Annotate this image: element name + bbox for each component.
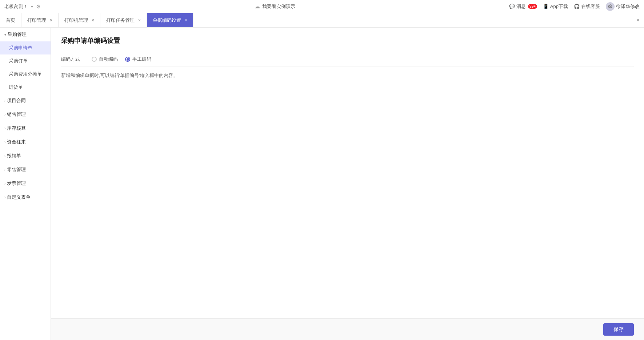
- sidebar-group-fund-flow-label: 资金往来: [7, 139, 26, 145]
- sidebar-item-stock-in[interactable]: 进货单: [0, 81, 51, 94]
- sidebar-group-project-contract[interactable]: › 项目合同: [0, 94, 51, 108]
- tab-home[interactable]: 首页: [0, 13, 21, 27]
- radio-group-encoding: 自动编码 手工编码: [92, 56, 151, 62]
- tab-barcode-settings-label: 单据编码设置: [153, 17, 181, 24]
- sidebar-group-purchase-mgmt[interactable]: ▾ 采购管理: [0, 28, 51, 41]
- tab-bar: 首页 打印管理 × 打印机管理 × 打印任务管理 × 单据编码设置 × ×: [0, 13, 644, 28]
- sidebar-group-custom-form-label: 自定义表单: [7, 194, 31, 201]
- sidebar-item-purchase-request-label: 采购申请单: [9, 45, 32, 50]
- app-download-button[interactable]: 📱 App下载: [543, 3, 568, 10]
- encoding-section: 编码方式 自动编码 手工编码: [61, 52, 634, 66]
- top-bar: 老板勿割！ ▾ ⚙ ☁ 我要看实例演示 💬 消息 99+ 📱 App下载 🎧 在…: [0, 0, 644, 13]
- sidebar-group-fund-flow[interactable]: › 资金往来: [0, 135, 51, 149]
- chevron-right-icon: ›: [4, 195, 5, 199]
- tab-print-mgmt[interactable]: 打印管理 ×: [21, 13, 59, 27]
- content-footer: 保存: [51, 318, 644, 340]
- radio-manual-label: 手工编码: [132, 56, 151, 62]
- tab-print-task-mgmt-close[interactable]: ×: [138, 18, 141, 23]
- tab-print-task-mgmt-label: 打印任务管理: [106, 17, 135, 24]
- sidebar-group-purchase-mgmt-label: 采购管理: [8, 31, 27, 38]
- app-download-icon: 📱: [543, 4, 549, 9]
- online-service-label: 在线客服: [581, 3, 600, 10]
- headset-icon: 🎧: [574, 4, 580, 9]
- avatar: 徐: [606, 2, 615, 11]
- tab-printer-mgmt-label: 打印机管理: [64, 17, 88, 24]
- top-bar-center: ☁ 我要看实例演示: [255, 3, 295, 10]
- tab-printer-mgmt-close[interactable]: ×: [92, 18, 94, 23]
- main-layout: ▾ 采购管理 采购申请单 采购订单 采购费用分摊单 进货单 › 项目合同 › 销: [0, 28, 644, 340]
- message-button[interactable]: 💬 消息 99+: [509, 3, 537, 10]
- sidebar-group-retail-mgmt[interactable]: › 零售管理: [0, 163, 51, 177]
- sidebar: ▾ 采购管理 采购申请单 采购订单 采购费用分摊单 进货单 › 项目合同 › 销: [0, 28, 51, 340]
- chevron-down-icon[interactable]: ▾: [31, 4, 33, 9]
- sidebar-group-purchase-mgmt-items: 采购申请单 采购订单 采购费用分摊单 进货单: [0, 41, 51, 94]
- chevron-right-icon: ›: [4, 126, 5, 130]
- cloud-icon: ☁: [255, 3, 260, 10]
- online-service-button[interactable]: 🎧 在线客服: [574, 3, 600, 10]
- sidebar-item-purchase-request[interactable]: 采购申请单: [0, 41, 51, 54]
- radio-auto-encoding[interactable]: 自动编码: [92, 56, 118, 62]
- app-download-label: App下载: [550, 3, 568, 10]
- tab-home-label: 首页: [6, 17, 15, 24]
- sidebar-group-project-contract-label: 项目合同: [7, 97, 26, 104]
- sidebar-group-invoice-mgmt[interactable]: › 发票管理: [0, 177, 51, 190]
- sidebar-group-custom-form[interactable]: › 自定义表单: [0, 190, 51, 204]
- sidebar-group-sales-mgmt[interactable]: › 销售管理: [0, 108, 51, 121]
- chevron-right-icon: ›: [4, 182, 5, 186]
- encoding-label: 编码方式: [61, 56, 83, 62]
- tab-barcode-settings[interactable]: 单据编码设置 ×: [147, 13, 193, 27]
- chevron-right-icon: ›: [4, 154, 5, 158]
- chevron-right-icon: ›: [4, 140, 5, 144]
- sidebar-item-stock-in-label: 进货单: [9, 84, 23, 90]
- chevron-right-icon: ›: [4, 168, 5, 172]
- close-all-tabs-button[interactable]: ×: [632, 13, 644, 27]
- message-icon: 💬: [509, 4, 515, 9]
- sidebar-group-returns[interactable]: › 报销单: [0, 149, 51, 163]
- content-body: 采购申请单编码设置 编码方式 自动编码 手工编码 新增和编辑单据时,可以编辑'单…: [51, 28, 644, 318]
- save-button[interactable]: 保存: [603, 323, 634, 336]
- radio-auto-label: 自动编码: [99, 56, 118, 62]
- sidebar-group-returns-label: 报销单: [7, 153, 21, 159]
- sidebar-group-inventory-label: 库存核算: [7, 125, 26, 131]
- message-badge: 99+: [528, 4, 537, 9]
- sidebar-item-purchase-order[interactable]: 采购订单: [0, 54, 51, 68]
- tab-barcode-settings-close[interactable]: ×: [185, 18, 187, 23]
- chevron-right-icon: ›: [4, 113, 5, 117]
- radio-manual-circle: [125, 57, 130, 62]
- user-profile[interactable]: 徐 徐泽华修改: [606, 2, 640, 11]
- radio-manual-encoding[interactable]: 手工编码: [125, 56, 151, 62]
- content-area: 采购申请单编码设置 编码方式 自动编码 手工编码 新增和编辑单据时,可以编辑'单…: [51, 28, 644, 340]
- top-bar-left: 老板勿割！ ▾ ⚙: [4, 3, 41, 10]
- user-name: 徐泽华修改: [616, 3, 640, 10]
- demo-link[interactable]: 我要看实例演示: [262, 3, 295, 10]
- hint-text: 新增和编辑单据时,可以编辑'单据编号'输入框中的内容。: [61, 72, 634, 79]
- tab-print-mgmt-close[interactable]: ×: [50, 18, 52, 23]
- sidebar-item-purchase-order-label: 采购订单: [9, 58, 28, 64]
- chevron-down-icon: ▾: [4, 33, 6, 37]
- sidebar-group-inventory[interactable]: › 库存核算: [0, 121, 51, 135]
- message-label: 消息: [516, 3, 526, 10]
- tab-print-mgmt-label: 打印管理: [27, 17, 46, 24]
- sidebar-item-purchase-expense[interactable]: 采购费用分摊单: [0, 68, 51, 81]
- sidebar-item-purchase-expense-label: 采购费用分摊单: [9, 71, 42, 77]
- sidebar-group-invoice-mgmt-label: 发票管理: [7, 180, 26, 187]
- gear-icon[interactable]: ⚙: [36, 4, 41, 9]
- sidebar-group-retail-mgmt-label: 零售管理: [7, 166, 26, 173]
- top-bar-right: 💬 消息 99+ 📱 App下载 🎧 在线客服 徐 徐泽华修改: [509, 2, 640, 11]
- tab-printer-mgmt[interactable]: 打印机管理 ×: [59, 13, 100, 27]
- page-title: 采购申请单编码设置: [61, 36, 634, 45]
- chevron-right-icon: ›: [4, 99, 5, 103]
- logo-text: 老板勿割！: [4, 3, 28, 10]
- radio-auto-circle: [92, 57, 97, 62]
- sidebar-group-sales-mgmt-label: 销售管理: [7, 111, 26, 118]
- tab-print-task-mgmt[interactable]: 打印任务管理 ×: [100, 13, 147, 27]
